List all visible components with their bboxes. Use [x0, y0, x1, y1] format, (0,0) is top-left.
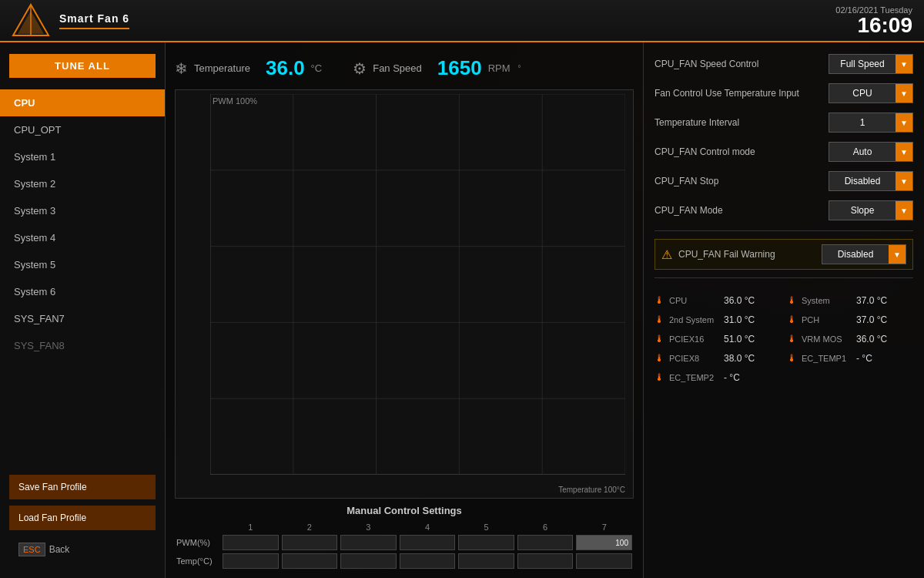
fan-speed-value-group: 1650 RPM ° — [437, 56, 521, 80]
sensor-system: 🌡 System 37.0 °C — [787, 292, 913, 308]
back-label: Back — [49, 544, 70, 555]
speed-control-arrow[interactable]: ▼ — [896, 55, 912, 73]
temp-cell-6[interactable] — [517, 553, 574, 569]
header: AORUS Smart Fan 6 02/16/2021 Tuesday 16:… — [0, 0, 924, 42]
divider-2 — [654, 277, 913, 278]
temp-cell-2[interactable] — [282, 553, 338, 569]
temperature-icon: ❄ — [175, 59, 188, 78]
status-bar: ❄ Temperature 36.0 °C ⚙ Fan Speed 1650 R… — [175, 50, 634, 89]
rpm-degree: ° — [518, 64, 521, 72]
pwm-cell-3[interactable] — [340, 535, 397, 550]
sensor-2nd-icon: 🌡 — [654, 314, 665, 325]
pwm-cell-1[interactable] — [223, 535, 279, 550]
temp-interval-label: Temperature Interval — [654, 117, 829, 128]
sensor-pch-value: 37.0 °C — [856, 314, 887, 325]
fan-mode-arrow[interactable]: ▼ — [896, 201, 912, 220]
fan-stop-dropdown[interactable]: Disabled ▼ — [829, 171, 913, 191]
sidebar-item-system2[interactable]: System 2 — [0, 170, 165, 197]
fan-mode-label: CPU_FAN Mode — [654, 205, 829, 216]
aorus-logo: AORUS — [12, 3, 50, 38]
sensor-ectemp2-name: EC_TEMP2 — [669, 373, 719, 382]
col-header-2: 2 — [280, 521, 340, 533]
sensor-vrm-icon: 🌡 — [787, 333, 797, 344]
chart-x-label: Temperature 100°C — [558, 486, 625, 494]
temp-cell-1[interactable] — [223, 553, 279, 569]
fan-mode-row: CPU_FAN Mode Slope ▼ — [654, 198, 913, 223]
fail-warning-arrow[interactable]: ▼ — [889, 245, 906, 264]
sensor-cpu-icon: 🌡 — [654, 294, 665, 306]
fan-speed-unit: RPM — [488, 62, 511, 74]
temp-row-label: Temp(°C) — [175, 552, 221, 570]
sidebar-item-system3[interactable]: System 3 — [0, 197, 165, 224]
sensor-vrm-name: VRM MOS — [802, 334, 852, 344]
sensor-system-icon: 🌡 — [787, 294, 797, 306]
pwm-cell-5[interactable] — [458, 535, 514, 550]
pwm-row: PWM(%) 100 — [175, 533, 634, 552]
time-display: 16:09 — [835, 15, 912, 36]
temp-row: Temp(°C) — [175, 552, 634, 570]
warning-icon: ⚠ — [661, 247, 672, 262]
tune-all-button[interactable]: TUNE ALL — [9, 54, 156, 78]
control-mode-row: CPU_FAN Control mode Auto ▼ — [654, 139, 913, 164]
temp-interval-row: Temperature Interval 1 ▼ — [654, 110, 913, 135]
temp-interval-dropdown[interactable]: 1 ▼ — [829, 113, 913, 133]
divider-1 — [654, 230, 913, 231]
fan-stop-arrow[interactable]: ▼ — [896, 172, 912, 190]
fan-mode-dropdown[interactable]: Slope ▼ — [829, 200, 913, 220]
control-mode-label: CPU_FAN Control mode — [654, 146, 829, 157]
chart-svg[interactable]: 100 80 60 40 20 20 40 60 80 0%,0°C — [210, 94, 625, 475]
sensor-2nd-name: 2nd System — [669, 315, 719, 324]
sidebar-item-cpu[interactable]: CPU — [0, 89, 165, 116]
sidebar-item-sysfan8[interactable]: SYS_FAN8 — [0, 332, 165, 359]
speed-control-label: CPU_FAN Speed Control — [654, 59, 829, 69]
sensor-pciex16-name: PCIEX16 — [669, 334, 719, 344]
fail-warning-dropdown[interactable]: Disabled ▼ — [822, 244, 906, 264]
sidebar-item-system6[interactable]: System 6 — [0, 278, 165, 305]
fan-stop-label: CPU_FAN Stop — [654, 176, 829, 187]
sensor-system-value: 37.0 °C — [856, 295, 887, 306]
sidebar-item-sysfan7[interactable]: SYS_FAN7 — [0, 305, 165, 332]
speed-control-dropdown[interactable]: Full Speed ▼ — [829, 54, 913, 74]
sensor-cpu-name: CPU — [669, 296, 719, 305]
control-mode-dropdown[interactable]: Auto ▼ — [829, 142, 913, 162]
sensor-pciex8-value: 38.0 °C — [724, 353, 755, 364]
right-panel: CPU_FAN Speed Control Full Speed ▼ Fan C… — [643, 42, 924, 578]
fan-curve-chart[interactable]: PWM 100% — [175, 89, 634, 499]
fan-speed-display: ⚙ Fan Speed — [353, 59, 422, 78]
temp-cell-4[interactable] — [400, 553, 456, 569]
temp-interval-arrow[interactable]: ▼ — [896, 113, 912, 132]
temp-cell-5[interactable] — [458, 553, 514, 569]
save-fan-profile-button[interactable]: Save Fan Profile — [9, 475, 156, 499]
sensor-pciex16-value: 51.0 °C — [724, 334, 755, 344]
sensor-ectemp1-name: EC_TEMP1 — [802, 354, 852, 363]
temp-input-dropdown[interactable]: CPU ▼ — [829, 83, 913, 103]
temp-input-arrow[interactable]: ▼ — [896, 84, 912, 102]
sidebar-item-system4[interactable]: System 4 — [0, 224, 165, 251]
sensor-ectemp2-value: - °C — [724, 372, 740, 383]
control-mode-arrow[interactable]: ▼ — [896, 143, 912, 161]
temp-cell-7[interactable] — [576, 553, 632, 569]
sidebar-item-cpu-opt[interactable]: CPU_OPT — [0, 116, 165, 143]
sensor-2nd-value: 31.0 °C — [724, 314, 755, 325]
pwm-cell-2[interactable] — [282, 535, 338, 550]
sidebar-item-system5[interactable]: System 5 — [0, 251, 165, 278]
pwm-cell-6[interactable] — [517, 535, 574, 550]
temperature-label: Temperature — [194, 62, 250, 74]
temp-cell-3[interactable] — [340, 553, 397, 569]
fan-stop-value: Disabled — [829, 176, 896, 187]
col-header-4: 4 — [398, 521, 457, 533]
pwm-cell-7[interactable]: 100 — [576, 535, 632, 550]
center-area: ❄ Temperature 36.0 °C ⚙ Fan Speed 1650 R… — [166, 42, 643, 578]
sensor-pciex16: 🌡 PCIEX16 51.0 °C — [654, 331, 781, 347]
sensor-cpu: 🌡 CPU 36.0 °C — [654, 292, 781, 308]
pwm-cell-4[interactable] — [400, 535, 456, 550]
svg-text:AORUS: AORUS — [15, 37, 40, 38]
esc-back-bar: ESC Back — [9, 536, 156, 563]
manual-settings-table: 1 2 3 4 5 6 7 PWM(%) — [175, 521, 634, 570]
sensor-pch: 🌡 PCH 37.0 °C — [787, 311, 913, 328]
load-fan-profile-button[interactable]: Load Fan Profile — [9, 506, 156, 530]
sensor-pciex8-icon: 🌡 — [654, 352, 665, 364]
col-header-7: 7 — [574, 521, 634, 533]
sidebar-item-system1[interactable]: System 1 — [0, 143, 165, 170]
sensor-pciex8-name: PCIEX8 — [669, 354, 719, 363]
